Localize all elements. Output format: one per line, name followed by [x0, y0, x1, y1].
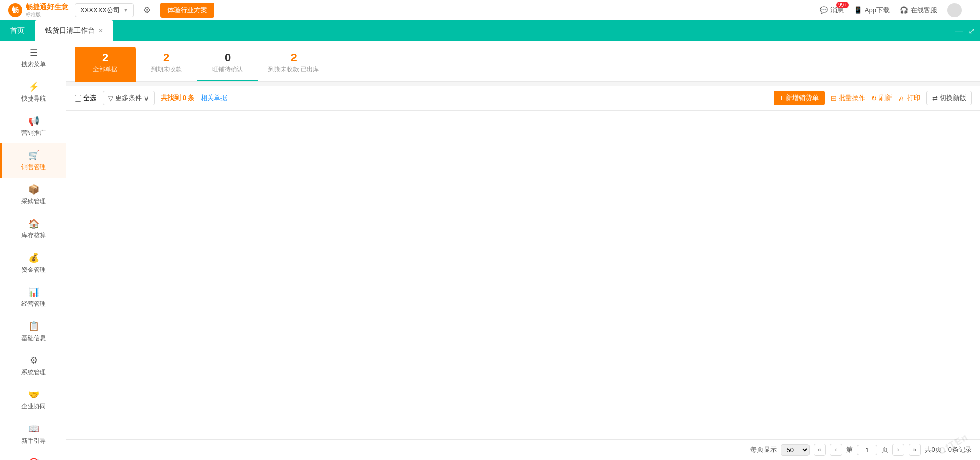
stat-tab-wangpu[interactable]: 0 旺铺待确认 — [197, 47, 258, 81]
refresh-button[interactable]: ↻ 刷新 — [871, 93, 892, 103]
last-page-button[interactable]: » — [909, 444, 921, 456]
tab-qianhuoqingzuotai[interactable]: 钱货日清工作台 ✕ — [35, 20, 113, 41]
filter-label: 更多条件 — [115, 93, 142, 103]
switch-icon: ⇄ — [932, 94, 938, 102]
sidebar-label-system: 系统管理 — [21, 368, 46, 377]
page-label: 第 — [846, 445, 853, 454]
related-doc-link[interactable]: 相关单据 — [201, 93, 227, 103]
prev-page-button[interactable]: ‹ — [830, 444, 842, 456]
message-badge: 99+ — [836, 2, 849, 8]
logo-icon: 畅 — [8, 3, 22, 17]
stat-tab-overdue[interactable]: 2 到期未收款 — [136, 47, 197, 81]
app-download-action[interactable]: 📱 App下载 — [854, 6, 890, 15]
main-layout: ☰ 搜索菜单 ⚡ 快捷导航 📢 营销推广 🛒 销售管理 📦 采购管理 🏠 库存核… — [0, 41, 980, 460]
sidebar-item-purchase[interactable]: 📦 采购管理 — [0, 178, 66, 212]
switch-version-button[interactable]: ⇄ 切换新版 — [926, 91, 972, 105]
toolbar-right: + 新增销货单 ⊞ 批量操作 ↻ 刷新 🖨 打印 ⇄ 切换新版 — [774, 91, 972, 105]
basics-icon: 📋 — [28, 321, 39, 332]
sidebar-item-marketing[interactable]: 📢 营销推广 — [0, 109, 66, 143]
print-button[interactable]: 🖨 打印 — [898, 93, 920, 103]
sidebar-label-inventory: 库存核算 — [21, 231, 46, 240]
stat-desc-overdue: 到期未收款 — [146, 65, 187, 74]
company-name: XXXXXX公司 — [80, 6, 120, 15]
stat-num-overdue: 2 — [146, 51, 187, 64]
message-action[interactable]: 💬 消息 99+ — [820, 6, 844, 15]
sidebar-item-search[interactable]: ☰ 搜索菜单 — [0, 41, 66, 75]
print-icon: 🖨 — [898, 94, 905, 102]
filter-chevron-icon: ∨ — [144, 94, 149, 102]
sidebar-item-appcenter[interactable]: 🎯 应用中心 — [0, 451, 66, 460]
stat-desc-wangpu: 旺铺待确认 — [207, 65, 248, 74]
filter-button[interactable]: ▽ 更多条件 ∨ — [103, 91, 155, 105]
filter-icon: ▽ — [108, 94, 113, 102]
tab-expand-icon[interactable]: ⤢ — [968, 26, 975, 36]
select-all-checkbox[interactable]: 全选 — [75, 93, 96, 103]
switch-label: 切换新版 — [940, 93, 966, 103]
active-tab-label: 钱货日清工作台 — [45, 26, 95, 35]
settings-icon[interactable]: ⚙ — [140, 3, 154, 17]
sidebar-item-enterprise[interactable]: 🤝 企业协同 — [0, 383, 66, 417]
appcenter-icon: 🎯 — [28, 457, 39, 460]
sidebar-item-sales[interactable]: 🛒 销售管理 — [0, 143, 66, 178]
pagination: 每页显示 50 100 200 « ‹ 第 页 › » 共0页，0条记录 — [66, 439, 980, 460]
stat-tab-overdue-shipped[interactable]: 2 到期未收款 已出库 — [258, 47, 329, 81]
batch-label: 批量操作 — [839, 93, 865, 103]
message-icon: 💬 — [820, 6, 828, 14]
tab-home[interactable]: 首页 — [0, 20, 35, 41]
system-icon: ⚙ — [30, 355, 38, 366]
per-page-select[interactable]: 50 100 200 — [781, 444, 810, 456]
marketing-icon: 📢 — [28, 115, 39, 127]
online-service-label: 在线客服 — [911, 6, 937, 15]
sidebar-item-inventory[interactable]: 🏠 库存核算 — [0, 212, 66, 246]
sidebar-label-enterprise: 企业协同 — [21, 402, 46, 411]
stat-desc-all: 全部单据 — [85, 65, 126, 74]
sales-icon: 🛒 — [28, 150, 39, 161]
select-all-label: 全选 — [83, 93, 96, 103]
purchase-icon: 📦 — [28, 184, 39, 195]
headset-icon: 🎧 — [900, 6, 908, 14]
next-page-button[interactable]: › — [892, 444, 904, 456]
add-sales-button[interactable]: + 新增销货单 — [774, 91, 825, 105]
sidebar-item-operations[interactable]: 📊 经营管理 — [0, 280, 66, 314]
newbie-icon: 📖 — [28, 423, 39, 434]
inventory-icon: 🏠 — [28, 218, 39, 229]
sidebar-item-newbie[interactable]: 📖 新手引导 — [0, 417, 66, 451]
sidebar-item-quicknav[interactable]: ⚡ 快捷导航 — [0, 75, 66, 109]
company-selector[interactable]: XXXXXX公司 ▼ — [75, 3, 134, 17]
print-label: 打印 — [907, 93, 920, 103]
app-download-label: App下载 — [865, 6, 890, 15]
first-page-button[interactable]: « — [814, 444, 826, 456]
sidebar-item-system[interactable]: ⚙ 系统管理 — [0, 349, 66, 383]
sidebar-label-basics: 基础信息 — [21, 334, 46, 343]
sidebar-label-newbie: 新手引导 — [21, 437, 46, 445]
total-records: 共0页，0条记录 — [925, 445, 972, 454]
logo-text: 畅捷通好生意 标准版 — [26, 2, 68, 18]
logo-main: 畅捷通好生意 — [26, 2, 68, 11]
sidebar-item-basics[interactable]: 📋 基础信息 — [0, 314, 66, 349]
top-header: 畅 畅捷通好生意 标准版 XXXXXX公司 ▼ ⚙ 体验行业方案 💬 消息 99… — [0, 0, 980, 20]
sidebar-label-quicknav: 快捷导航 — [21, 94, 46, 103]
tab-close-icon[interactable]: ✕ — [98, 27, 103, 34]
search-menu-icon: ☰ — [30, 47, 38, 58]
toolbar: 全选 ▽ 更多条件 ∨ 共找到 0 条 相关单据 + 新增销货单 ⊞ 批量操作 — [66, 86, 980, 111]
found-text: 共找到 0 条 — [161, 93, 194, 103]
sidebar-item-funds[interactable]: 💰 资金管理 — [0, 246, 66, 280]
avatar[interactable] — [947, 3, 962, 17]
table-area — [66, 111, 980, 439]
logo-area: 畅 畅捷通好生意 标准版 — [8, 2, 68, 18]
tab-minimize-icon[interactable]: — — [955, 26, 963, 35]
content-area: 2 全部单据 2 到期未收款 0 旺铺待确认 2 到期未收款 已出库 全选 — [66, 41, 980, 460]
download-icon: 📱 — [854, 6, 862, 14]
current-page-input[interactable] — [857, 445, 877, 455]
sidebar-label-purchase: 采购管理 — [21, 197, 46, 206]
online-service-action[interactable]: 🎧 在线客服 — [900, 6, 937, 15]
stat-tab-all[interactable]: 2 全部单据 — [75, 47, 136, 82]
enterprise-icon: 🤝 — [28, 389, 39, 400]
experience-button[interactable]: 体验行业方案 — [160, 3, 214, 18]
batch-op-button[interactable]: ⊞ 批量操作 — [831, 93, 865, 103]
stat-num-overdue-shipped: 2 — [268, 51, 319, 64]
nav-tabs-right: — ⤢ — [955, 26, 980, 36]
quick-nav-icon: ⚡ — [28, 81, 39, 92]
header-left: 畅 畅捷通好生意 标准版 XXXXXX公司 ▼ ⚙ 体验行业方案 — [8, 2, 214, 18]
select-all-input[interactable] — [75, 95, 81, 102]
